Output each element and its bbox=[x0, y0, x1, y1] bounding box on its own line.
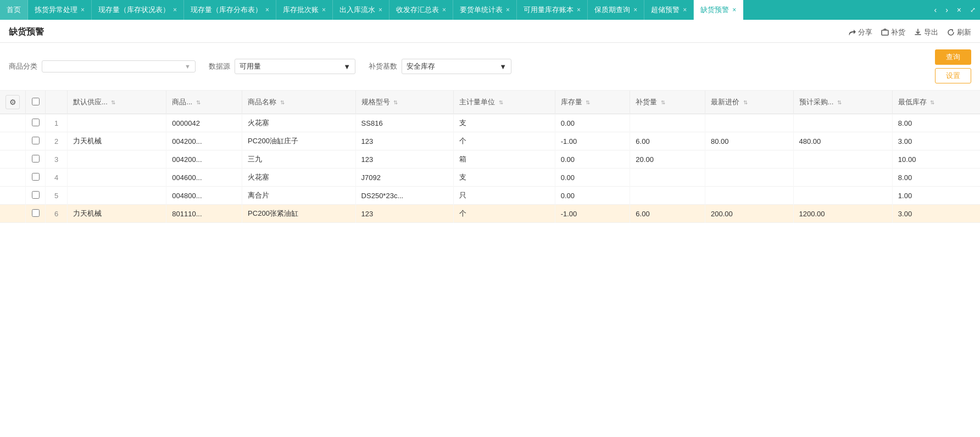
row-est-purchase-2: 480.00 bbox=[793, 132, 892, 150]
row-checkbox-4[interactable] bbox=[32, 173, 40, 181]
category-select[interactable]: ▼ bbox=[42, 60, 196, 72]
row-checkbox-2[interactable] bbox=[32, 137, 40, 144]
tab-stock-dist-label: 现存量（库存分布表） bbox=[191, 5, 262, 15]
tab-batch-label: 库存批次账 bbox=[283, 5, 319, 15]
row-checkbox-cell[interactable] bbox=[26, 114, 46, 132]
row-name-2: PC200油缸庄子 bbox=[242, 132, 356, 150]
tab-bar: 首页 拣货异常处理 × 现存量（库存状况表） × 现存量（库存分布表） × 库存… bbox=[0, 0, 980, 20]
page-title: 缺货预警 bbox=[9, 26, 44, 38]
share-button[interactable]: 分享 bbox=[848, 27, 872, 37]
tab-abnormal[interactable]: 拣货异常处理 × bbox=[28, 0, 92, 20]
row-checkbox-cell[interactable] bbox=[26, 169, 46, 187]
th-stock[interactable]: 库存量 ⇅ bbox=[555, 91, 630, 114]
datasource-filter-group: 数据源 可用量 ▼ bbox=[209, 59, 355, 74]
replenish-base-select[interactable]: 安全库存 ▼ bbox=[402, 59, 511, 74]
row-spec-5: DS250*23c... bbox=[355, 187, 454, 205]
th-unit[interactable]: 主计量单位 ⇅ bbox=[454, 91, 555, 114]
tab-stock-status-close[interactable]: × bbox=[173, 6, 177, 14]
th-product-name[interactable]: 商品名称 ⇅ bbox=[242, 91, 356, 114]
replenish-button[interactable]: 补货 bbox=[881, 27, 905, 37]
tab-home[interactable]: 首页 bbox=[0, 0, 28, 20]
replenish-base-arrow-icon: ▼ bbox=[499, 63, 506, 71]
settings-button[interactable]: 设置 bbox=[935, 68, 971, 83]
tab-expiry[interactable]: 保质期查询 × bbox=[588, 0, 644, 20]
tab-available-close[interactable]: × bbox=[577, 6, 581, 14]
row-name-6: PC200张紧油缸 bbox=[242, 205, 356, 223]
th-default-supplier-label: 默认供应... bbox=[73, 98, 108, 106]
tab-batch-close[interactable]: × bbox=[322, 6, 326, 14]
sort-est-purchase-icon: ⇅ bbox=[837, 99, 842, 105]
tab-available[interactable]: 可用量库存账本 × bbox=[517, 0, 588, 20]
tab-inout[interactable]: 出入库流水 × bbox=[333, 0, 389, 20]
header-actions: 分享 补货 导出 刷新 bbox=[848, 27, 971, 37]
th-latest-price[interactable]: 最新进价 ⇅ bbox=[705, 91, 793, 114]
tab-close-button[interactable]: × bbox=[953, 5, 966, 14]
th-settings[interactable]: ⚙ bbox=[0, 91, 26, 114]
tab-expand-button[interactable]: ⤢ bbox=[966, 6, 980, 14]
row-min-stock-6: 3.00 bbox=[892, 205, 980, 223]
table-row: 1 0000042 火花塞 SS816 支 0.00 8.00 bbox=[0, 114, 980, 132]
row-checkbox-cell[interactable] bbox=[26, 205, 46, 223]
th-spec-label: 规格型号 bbox=[361, 98, 390, 106]
query-button[interactable]: 查询 bbox=[935, 49, 971, 65]
row-name-3: 三九 bbox=[242, 150, 356, 169]
tab-shortage-close[interactable]: × bbox=[732, 6, 736, 14]
th-product-code-label: 商品... bbox=[172, 98, 192, 106]
row-checkbox-6[interactable] bbox=[32, 209, 40, 217]
row-settings-cell bbox=[0, 150, 26, 169]
category-filter-group: 商品分类 ▼ bbox=[9, 60, 196, 72]
tab-demand-close[interactable]: × bbox=[506, 6, 510, 14]
row-checkbox-1[interactable] bbox=[32, 119, 40, 126]
tab-receipt-close[interactable]: × bbox=[442, 6, 446, 14]
replenish-base-value: 安全库存 bbox=[407, 61, 435, 71]
select-all-checkbox[interactable] bbox=[32, 98, 40, 105]
replenish-base-filter-group: 补货基数 安全库存 ▼ bbox=[369, 59, 511, 74]
export-button[interactable]: 导出 bbox=[914, 27, 938, 37]
tab-stock-dist[interactable]: 现存量（库存分布表） × bbox=[184, 0, 276, 20]
column-settings-icon[interactable]: ⚙ bbox=[5, 95, 20, 109]
row-checkbox-cell[interactable] bbox=[26, 150, 46, 169]
tab-expiry-close[interactable]: × bbox=[633, 6, 637, 14]
row-latest-price-5 bbox=[705, 187, 793, 205]
th-min-stock[interactable]: 最低库存 ⇅ bbox=[892, 91, 980, 114]
refresh-icon bbox=[947, 29, 955, 36]
tab-receipt[interactable]: 收发存汇总表 × bbox=[389, 0, 453, 20]
row-code-1: 0000042 bbox=[166, 114, 242, 132]
row-code-4: 004600... bbox=[166, 169, 242, 187]
tab-next-button[interactable]: › bbox=[941, 5, 953, 14]
th-est-purchase[interactable]: 预计采购... ⇅ bbox=[793, 91, 892, 114]
th-stock-label: 库存量 bbox=[561, 98, 582, 106]
tab-inout-label: 出入库流水 bbox=[339, 5, 375, 15]
tab-abnormal-close[interactable]: × bbox=[81, 6, 85, 14]
refresh-button[interactable]: 刷新 bbox=[947, 27, 971, 37]
th-product-code[interactable]: 商品... ⇅ bbox=[166, 91, 242, 114]
tab-inout-close[interactable]: × bbox=[378, 6, 382, 14]
row-checkbox-cell[interactable] bbox=[26, 187, 46, 205]
tab-overstock[interactable]: 超储预警 × bbox=[644, 0, 694, 20]
tab-prev-button[interactable]: ‹ bbox=[929, 5, 941, 14]
th-latest-price-label: 最新进价 bbox=[711, 98, 739, 106]
tab-stock-status[interactable]: 现存量（库存状况表） × bbox=[92, 0, 184, 20]
row-replenish-5 bbox=[630, 187, 705, 205]
table-container: ⚙ 默认供应... ⇅ 商品... ⇅ 商品名称 bbox=[0, 91, 980, 223]
row-num-6: 6 bbox=[46, 205, 68, 223]
tab-shortage[interactable]: 缺货预警 × bbox=[694, 0, 743, 20]
row-checkbox-3[interactable] bbox=[32, 155, 40, 163]
th-default-supplier[interactable]: 默认供应... ⇅ bbox=[68, 91, 166, 114]
row-checkbox-cell[interactable] bbox=[26, 132, 46, 150]
replenish-label: 补货 bbox=[891, 27, 905, 37]
tab-batch[interactable]: 库存批次账 × bbox=[276, 0, 333, 20]
row-est-purchase-4 bbox=[793, 169, 892, 187]
datasource-arrow-icon: ▼ bbox=[343, 63, 350, 71]
th-spec[interactable]: 规格型号 ⇅ bbox=[355, 91, 454, 114]
row-num-5: 5 bbox=[46, 187, 68, 205]
tab-stock-dist-close[interactable]: × bbox=[265, 6, 269, 14]
th-checkbox[interactable] bbox=[26, 91, 46, 114]
th-replenish[interactable]: 补货量 ⇅ bbox=[630, 91, 705, 114]
row-settings-cell bbox=[0, 114, 26, 132]
datasource-select[interactable]: 可用量 ▼ bbox=[235, 59, 355, 74]
tab-home-label: 首页 bbox=[7, 5, 21, 15]
row-checkbox-5[interactable] bbox=[32, 191, 40, 199]
tab-overstock-close[interactable]: × bbox=[683, 6, 687, 14]
tab-demand[interactable]: 要货单统计表 × bbox=[453, 0, 517, 20]
